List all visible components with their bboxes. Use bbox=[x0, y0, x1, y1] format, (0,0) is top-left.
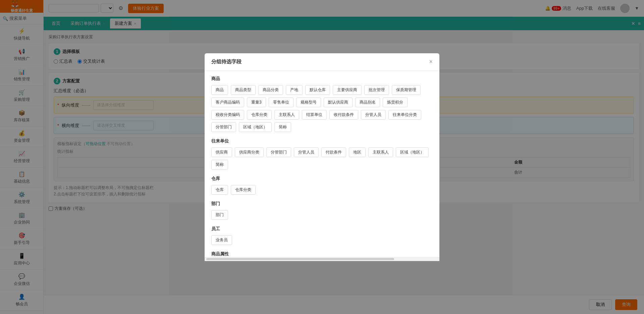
field-tag[interactable]: 默认仓库 bbox=[305, 85, 330, 95]
field-tag[interactable]: 分管部门 bbox=[266, 147, 291, 157]
field-tag[interactable]: 供应商 bbox=[211, 147, 232, 157]
field-tag[interactable]: 供应商分类 bbox=[235, 147, 264, 157]
field-tag[interactable]: 区域（地区） bbox=[396, 147, 429, 157]
modal-body: 商品 商品 商品类型 商品分类 产地 默认仓库 主要供应商 批次管理 保质期管理… bbox=[205, 71, 439, 257]
field-tag[interactable]: 付款条件 bbox=[321, 147, 346, 157]
field-tag[interactable]: 保质期管理 bbox=[392, 85, 421, 95]
field-tag[interactable]: 商品类型 bbox=[231, 85, 256, 95]
field-tag[interactable]: 结算单位 bbox=[302, 110, 327, 120]
field-section-warehouse: 仓库 仓库 仓库分类 bbox=[211, 176, 433, 195]
hscroll-thumb[interactable] bbox=[206, 258, 394, 260]
field-tag[interactable]: 商品分类 bbox=[258, 85, 283, 95]
field-tag[interactable]: 商品别名 bbox=[355, 98, 380, 107]
field-tag[interactable]: 收付款条件 bbox=[329, 110, 358, 120]
field-tag[interactable]: 主要供应商 bbox=[333, 85, 362, 95]
field-section-partner: 往来单位 供应商 供应商分类 分管部门 分管人员 付款条件 地区 主联系人 区域… bbox=[211, 138, 433, 170]
field-tag[interactable]: 分管人员 bbox=[361, 110, 386, 120]
field-section-product-attr: 商品属性 属性 颜色 多规格 尺码 鞋码 1 bbox=[211, 251, 433, 257]
modal-close-button[interactable]: × bbox=[429, 58, 433, 65]
field-tag[interactable]: 业务员 bbox=[211, 235, 232, 245]
section-title-product: 商品 bbox=[211, 76, 433, 82]
modal-header: 分组待选字段 × bbox=[205, 53, 439, 71]
field-tag[interactable]: 简称 bbox=[211, 160, 228, 170]
field-grid-department: 部门 bbox=[211, 210, 433, 220]
field-tag[interactable]: 客户商品编码 bbox=[211, 98, 244, 107]
field-tag[interactable]: 产地 bbox=[286, 85, 303, 95]
section-title-product-attr: 商品属性 bbox=[211, 251, 433, 257]
field-tag[interactable]: 分管部门 bbox=[211, 122, 236, 132]
field-section-employee: 员工 业务员 bbox=[211, 226, 433, 245]
field-tag[interactable]: 税收分类编码 bbox=[211, 110, 244, 120]
field-grid-employee: 业务员 bbox=[211, 235, 433, 245]
field-tag[interactable]: 批次管理 bbox=[364, 85, 389, 95]
field-tag[interactable]: 仓库分类 bbox=[247, 110, 272, 120]
modal-hscrollbar[interactable] bbox=[205, 257, 439, 261]
field-tag[interactable]: 往来单位分类 bbox=[388, 110, 421, 120]
field-tag[interactable]: 地区 bbox=[349, 147, 366, 157]
field-section-department: 部门 部门 bbox=[211, 201, 433, 220]
modal-overlay: 分组待选字段 × 商品 商品 商品类型 商品分类 产地 默认仓库 主要供应商 批… bbox=[0, 0, 644, 314]
section-title-department: 部门 bbox=[211, 201, 433, 207]
field-tag[interactable]: 规格型号 bbox=[296, 98, 321, 107]
field-tag[interactable]: 仓库分类 bbox=[231, 185, 256, 195]
field-tag[interactable]: 部门 bbox=[211, 210, 228, 220]
field-tag[interactable]: 分管人员 bbox=[294, 147, 319, 157]
field-section-product: 商品 商品 商品类型 商品分类 产地 默认仓库 主要供应商 批次管理 保质期管理… bbox=[211, 76, 433, 132]
modal-title: 分组待选字段 bbox=[211, 59, 241, 65]
field-tag[interactable]: 默认供应商 bbox=[324, 98, 353, 107]
field-grid-product: 商品 商品类型 商品分类 产地 默认仓库 主要供应商 批次管理 保质期管理 客户… bbox=[211, 85, 433, 132]
field-grid-warehouse: 仓库 仓库分类 bbox=[211, 185, 433, 195]
field-tag[interactable]: 区域（地区） bbox=[239, 122, 272, 132]
field-tag[interactable]: 仓库 bbox=[211, 185, 228, 195]
field-tag[interactable]: 零售单位 bbox=[269, 98, 293, 107]
field-tag[interactable]: 主联系人 bbox=[368, 147, 393, 157]
field-tag[interactable]: 重量3 bbox=[247, 98, 266, 107]
field-tag[interactable]: 主联系人 bbox=[274, 110, 299, 120]
field-tag[interactable]: 简称 bbox=[274, 122, 291, 132]
section-title-warehouse: 仓库 bbox=[211, 176, 433, 182]
modal: 分组待选字段 × 商品 商品 商品类型 商品分类 产地 默认仓库 主要供应商 批… bbox=[205, 53, 439, 261]
field-grid-partner: 供应商 供应商分类 分管部门 分管人员 付款条件 地区 主联系人 区域（地区） … bbox=[211, 147, 433, 170]
section-title-partner: 往来单位 bbox=[211, 138, 433, 144]
section-title-employee: 员工 bbox=[211, 226, 433, 232]
field-tag[interactable]: 商品 bbox=[211, 85, 228, 95]
field-tag[interactable]: 炼货积分 bbox=[383, 98, 408, 107]
